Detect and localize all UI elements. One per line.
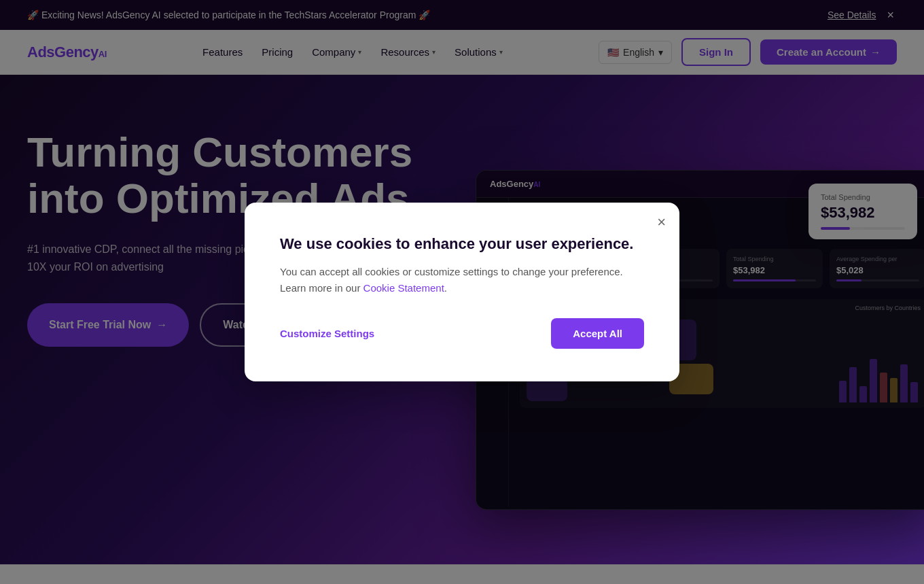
- cookie-statement-link[interactable]: Cookie Statement: [363, 282, 444, 294]
- accept-all-button[interactable]: Accept All: [551, 318, 644, 349]
- cookie-modal-overlay: × We use cookies to enhance your user ex…: [0, 0, 924, 584]
- modal-close-button[interactable]: ×: [657, 213, 666, 231]
- modal-buttons: Customize Settings Accept All: [280, 318, 644, 349]
- modal-body: You can accept all cookies or customize …: [280, 264, 644, 296]
- cookie-modal: × We use cookies to enhance your user ex…: [245, 203, 679, 381]
- modal-headline: We use cookies to enhance your user expe…: [280, 235, 644, 253]
- customize-settings-button[interactable]: Customize Settings: [280, 328, 374, 339]
